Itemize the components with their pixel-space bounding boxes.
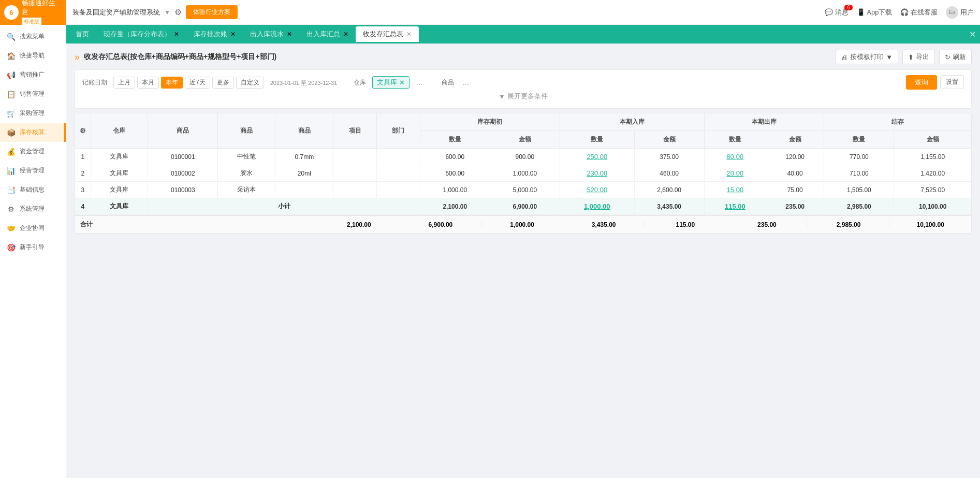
cell-dept: [377, 149, 420, 165]
main-area: 装备及固定资产辅助管理系统 ▼ ⚙ 体验行业方案 💬 消息 6 📱 App下载 …: [66, 0, 980, 478]
tab-receive-send-close[interactable]: ✕: [406, 31, 412, 37]
tab-flow[interactable]: 出入库流水 ✕: [243, 26, 299, 42]
sub-in-qty-value[interactable]: 1,000.00: [584, 202, 610, 210]
sidebar-item-搜索菜单[interactable]: 🔍搜索菜单: [0, 27, 66, 46]
collapse-arrow-icon[interactable]: »: [75, 52, 80, 63]
footer-in-amt: 3,435.00: [563, 221, 645, 228]
date-btn-custom[interactable]: 自定义: [236, 77, 264, 89]
out-qty-value[interactable]: 20.00: [727, 169, 744, 177]
sidebar-label: 企业协同: [20, 224, 45, 233]
sidebar-item-资金管理[interactable]: 💰资金管理: [0, 142, 66, 161]
warehouse-tag-remove[interactable]: ✕: [399, 79, 405, 86]
tab-inout-summary-close[interactable]: ✕: [343, 31, 348, 37]
trial-button[interactable]: 体验行业方案: [186, 5, 238, 19]
sidebar-label: 搜索菜单: [20, 32, 45, 41]
in-qty-value[interactable]: 520.00: [587, 186, 607, 194]
cell-out-qty[interactable]: 80.00: [704, 149, 766, 165]
tab-home-label: 首页: [76, 30, 89, 39]
sidebar-label: 新手引导: [20, 243, 45, 252]
sidebar-item-库存核算[interactable]: 📦库存核算: [0, 123, 66, 142]
sub-in-amt: 3,435.00: [634, 198, 704, 215]
out-qty-value[interactable]: 80.00: [727, 153, 744, 161]
close-all-tabs-icon[interactable]: ✕: [969, 30, 976, 39]
content-area: » 收发存汇总表(按仓库+商品编码+商品+规格型号+项目+部门) 🖨 按模板打印…: [66, 44, 980, 478]
date-btn-more[interactable]: 更多: [212, 77, 234, 89]
footer-out-amt: 235.00: [726, 221, 808, 228]
cell-in-qty[interactable]: 250.00: [560, 149, 634, 165]
export-button[interactable]: ⬆ 导出: [902, 50, 935, 64]
tab-flow-close[interactable]: ✕: [287, 31, 292, 37]
cell-out-amt: 75.00: [766, 182, 824, 198]
sidebar-label: 资金管理: [20, 147, 45, 156]
online-service-link[interactable]: 🎧 在线客服: [900, 8, 938, 17]
sidebar-icon: 💰: [6, 148, 16, 156]
tab-inout-summary[interactable]: 出入库汇总 ✕: [299, 26, 356, 42]
cell-closing-amt: 1,420.00: [894, 165, 971, 182]
sidebar-item-采购管理[interactable]: 🛒采购管理: [0, 104, 66, 123]
sidebar-icon: 📋: [6, 90, 16, 98]
sidebar-item-销售管理[interactable]: 📋销售管理: [0, 84, 66, 104]
out-qty-value[interactable]: 15.00: [727, 186, 744, 194]
gear-icon[interactable]: ⚙: [174, 7, 182, 17]
tab-inventory-dist[interactable]: 现存量（库存分布表） ✕: [96, 26, 186, 42]
product-more-icon[interactable]: ...: [460, 78, 471, 87]
sidebar-item-经营管理[interactable]: 📊经营管理: [0, 161, 66, 180]
cell-out-qty[interactable]: 15.00: [704, 182, 766, 198]
system-select-icon: ▼: [164, 9, 170, 16]
sidebar-item-系统管理[interactable]: ⚙系统管理: [0, 199, 66, 219]
date-btn-this-year[interactable]: 本年: [161, 77, 183, 89]
user-menu[interactable]: Ea 用户: [946, 6, 974, 19]
date-btn-this-month[interactable]: 本月: [137, 77, 159, 89]
th-settings[interactable]: ⚙: [75, 113, 91, 149]
th-closing-amt: 金额: [894, 131, 971, 149]
sidebar-label: 营销推广: [20, 70, 45, 79]
app-download-link[interactable]: 📱 App下载: [857, 8, 892, 17]
sidebar-item-新手引导[interactable]: 🎯新手引导: [0, 238, 66, 257]
sidebar-item-企业协同[interactable]: 🤝企业协同: [0, 219, 66, 238]
tab-inventory-dist-close[interactable]: ✕: [174, 31, 179, 37]
cell-name: 中性笔: [218, 149, 275, 165]
sub-opening-amt: 6,900.00: [490, 198, 560, 215]
expand-row: ▼ 展开更多条件: [82, 90, 964, 103]
cell-in-qty[interactable]: 520.00: [560, 182, 634, 198]
th-out-group: 本期出库: [704, 113, 824, 131]
refresh-button[interactable]: ↻ 刷新: [939, 50, 972, 64]
in-qty-value[interactable]: 250.00: [587, 153, 607, 161]
sidebar-label: 库存核算: [20, 128, 45, 137]
sub-in-qty: 1,000.00: [560, 198, 634, 215]
sidebar-header: 6 畅捷通好生意 标准版: [0, 0, 66, 25]
tab-receive-send[interactable]: 收发存汇总表 ✕: [356, 26, 419, 42]
print-button[interactable]: 🖨 按模板打印 ▼: [836, 50, 898, 64]
sidebar-item-营销推广[interactable]: 📢营销推广: [0, 65, 66, 84]
date-buttons: 上月 本月 本年 近7天 更多 自定义: [113, 77, 264, 89]
sub-out-qty: 115.00: [704, 198, 766, 215]
th-out-amt: 金额: [766, 131, 824, 149]
avatar: Ea: [946, 6, 958, 19]
filter-container: 记账日期 上月 本月 本年 近7天 更多 自定义 2023-01-01 至 20…: [75, 69, 972, 109]
sub-out-qty-value[interactable]: 115.00: [725, 202, 745, 210]
tab-batch-close[interactable]: ✕: [230, 31, 236, 37]
date-btn-7days[interactable]: 近7天: [185, 77, 210, 89]
topbar-system: 装备及固定资产辅助管理系统 ▼ ⚙ 体验行业方案: [72, 5, 818, 19]
print-icon: 🖨: [841, 53, 848, 61]
tab-batch[interactable]: 库存批次账 ✕: [186, 26, 243, 42]
query-button[interactable]: 查询: [906, 75, 937, 90]
cell-out-qty[interactable]: 20.00: [704, 165, 766, 182]
sidebar-item-快捷导航[interactable]: 🏠快捷导航: [0, 46, 66, 65]
sidebar-icon: 📊: [6, 167, 16, 175]
warehouse-more-icon[interactable]: ...: [414, 78, 425, 87]
cell-closing-qty: 710.00: [824, 165, 894, 182]
sidebar-icon: 🛒: [6, 109, 16, 118]
sub-out-amt: 235.00: [766, 198, 824, 215]
in-qty-value[interactable]: 230.00: [587, 169, 607, 177]
message-badge[interactable]: 💬 消息 6: [825, 8, 849, 17]
tab-home[interactable]: 首页: [68, 26, 96, 42]
expand-button[interactable]: ▼ 展开更多条件: [499, 92, 548, 101]
cell-in-qty[interactable]: 230.00: [560, 165, 634, 182]
sub-closing-qty: 2,985.00: [824, 198, 894, 215]
date-btn-last-month[interactable]: 上月: [113, 77, 135, 89]
footer-closing-qty: 2,985.00: [808, 221, 890, 228]
cell-project: [333, 165, 377, 182]
sidebar-item-基础信息[interactable]: 📑基础信息: [0, 180, 66, 199]
setting-button[interactable]: 设置: [940, 75, 964, 89]
